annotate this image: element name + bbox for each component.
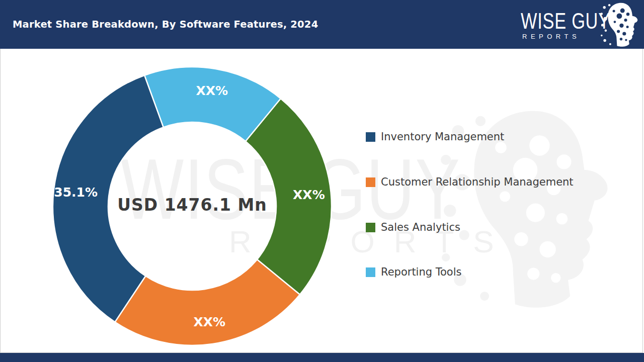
legend-item-customer-relationship-management: Customer Relationship Management xyxy=(366,175,574,189)
legend-label: Reporting Tools xyxy=(381,266,462,278)
header-bar: Market Share Breakdown, By Software Feat… xyxy=(0,0,644,49)
segment-label: 35.1% xyxy=(54,185,98,200)
legend-item-sales-analytics: Sales Analytics xyxy=(366,220,460,234)
legend-label: Customer Relationship Management xyxy=(381,176,574,188)
legend-label: Sales Analytics xyxy=(381,221,460,233)
report-chart-page: Market Share Breakdown, By Software Feat… xyxy=(0,0,644,362)
legend-item-inventory-management: Inventory Management xyxy=(366,130,504,144)
wiseguy-logo: WISE GUY REPORTS xyxy=(508,0,639,49)
segment-label: XX% xyxy=(194,315,226,329)
segment-label: XX% xyxy=(293,188,325,202)
legend-swatch-inventory-management xyxy=(366,132,375,142)
legend-label: Inventory Management xyxy=(381,131,504,143)
legend-swatch-reporting-tools xyxy=(366,267,375,277)
page-title: Market Share Breakdown, By Software Feat… xyxy=(13,0,318,49)
wiseguy-face-icon xyxy=(600,2,638,47)
legend-swatch-sales-analytics xyxy=(366,223,375,232)
chart-center-value: USD 1476.1 Mn xyxy=(92,194,293,216)
logo-text-main: WISE GUY xyxy=(521,10,610,32)
footer-bar xyxy=(0,353,644,362)
legend-swatch-customer-relationship-management xyxy=(366,177,375,187)
logo-text-sub: REPORTS xyxy=(522,33,580,40)
legend-item-reporting-tools: Reporting Tools xyxy=(366,265,462,279)
segment-label: XX% xyxy=(196,83,228,98)
